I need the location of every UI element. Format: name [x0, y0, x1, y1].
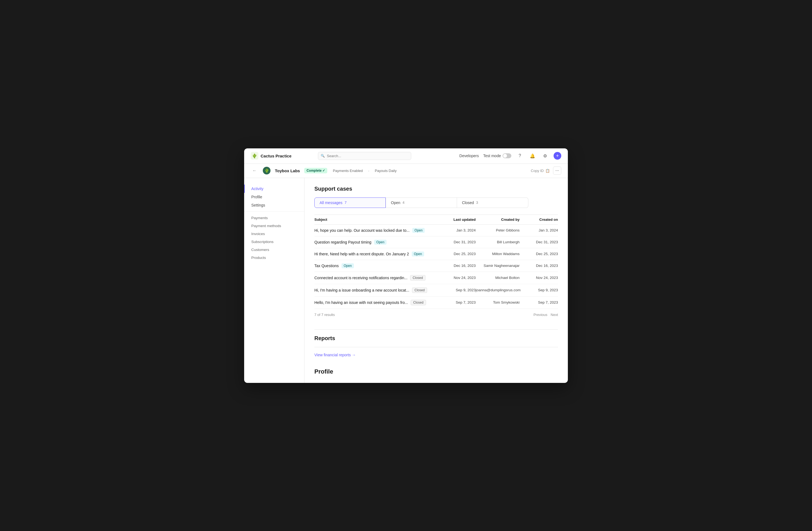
test-mode-label: Test mode	[483, 153, 501, 158]
sidebar-activity-label: Activity	[251, 187, 263, 191]
add-button[interactable]: +	[554, 152, 561, 160]
row-subject-3: Tax Questions Open	[314, 263, 437, 268]
profile-preview: Profile	[314, 368, 558, 375]
table-row[interactable]: Hello, I'm having an issue with not seei…	[314, 296, 558, 309]
brand-emoji: 🌵	[252, 153, 257, 159]
status-badge-0: Open	[412, 228, 425, 233]
row-subject-text-5: Hi, I'm having a issue onboarding a new …	[314, 288, 409, 292]
sidebar-item-profile[interactable]: Profile	[244, 193, 304, 201]
row-created-by-6: Tom Smykowski	[476, 300, 520, 305]
tab-closed[interactable]: Closed 3	[457, 197, 528, 208]
tab-closed-label: Closed	[462, 201, 474, 205]
tab-all-label: All messages	[320, 201, 342, 205]
sidebar-item-products[interactable]: Products	[244, 254, 304, 262]
sub-nav-info1: Payments Enabled	[333, 169, 363, 173]
row-subject-text-3: Tax Questions	[314, 264, 339, 268]
sidebar-item-payments[interactable]: Payments	[244, 214, 304, 222]
row-created-by-3: Samir Nagheenanajar	[476, 264, 520, 268]
sidebar-item-subscriptions[interactable]: Subscriptions	[244, 238, 304, 246]
tab-open[interactable]: Open 4	[386, 197, 457, 208]
row-subject-0: Hi, hope you can help. Our account was l…	[314, 228, 437, 233]
sidebar-divider	[244, 211, 304, 212]
previous-button[interactable]: Previous	[534, 313, 548, 317]
account-name: Toybox Labs	[275, 168, 300, 173]
settings-icon[interactable]: ⚙	[541, 152, 549, 160]
row-subject-text-2: Hi there, Need help with a recent disput…	[314, 252, 409, 256]
sidebar-item-invoices[interactable]: Invoices	[244, 230, 304, 238]
sub-nav-right: Copy ID 📋 ···	[531, 166, 561, 175]
sidebar-payment-methods-label: Payment methods	[251, 224, 281, 228]
table-row[interactable]: Tax Questions Open Dec 16, 2023 Samir Na…	[314, 260, 558, 272]
sidebar-products-label: Products	[251, 256, 266, 260]
col-subject: Subject	[314, 218, 437, 222]
row-created-on-2: Dec 25, 2023	[520, 252, 558, 256]
reports-divider	[314, 329, 558, 330]
reports-title: Reports	[314, 335, 558, 341]
table-row[interactable]: Hi there, Need help with a recent disput…	[314, 248, 558, 260]
sidebar-settings-label: Settings	[251, 203, 265, 207]
row-last-updated-0: Jan 3, 2024	[437, 228, 476, 232]
pagination-summary: 7 of 7 results	[314, 313, 335, 317]
view-reports-link[interactable]: View financial reports →	[314, 353, 558, 357]
table-row[interactable]: Connected account is receiving notificat…	[314, 272, 558, 284]
row-subject-text-0: Hi, hope you can help. Our account was l…	[314, 228, 409, 233]
table-header: Subject Last updated Created by Created …	[314, 215, 558, 225]
row-created-on-6: Sep 7, 2023	[520, 300, 558, 305]
more-options-button[interactable]: ···	[553, 166, 561, 175]
sub-nav-info-sep: ·	[368, 169, 369, 173]
row-last-updated-4: Nov 24, 2023	[437, 276, 476, 280]
row-subject-4: Connected account is receiving notificat…	[314, 275, 437, 281]
row-subject-2: Hi there, Need help with a recent disput…	[314, 251, 437, 256]
row-created-by-1: Bill Lumbergh	[476, 240, 520, 244]
sidebar-item-customers[interactable]: Customers	[244, 246, 304, 254]
row-subject-6: Hello, I'm having an issue with not seei…	[314, 300, 437, 305]
sub-nav: ← 🌵 Toybox Labs Complete ✓ Payments Enab…	[244, 164, 568, 178]
sidebar-secondary-section: Payments Payment methods Invoices Subscr…	[244, 214, 304, 262]
main-layout: Activity Profile Settings Payments Payme…	[244, 178, 568, 383]
row-subject-text-4: Connected account is receiving notificat…	[314, 276, 407, 280]
next-button[interactable]: Next	[551, 313, 558, 317]
sidebar: Activity Profile Settings Payments Payme…	[244, 178, 304, 383]
main-content: Support cases All messages 7 Open 4 Clos…	[304, 178, 568, 383]
sidebar-payments-label: Payments	[251, 216, 268, 220]
status-badge-3: Open	[342, 263, 354, 268]
table-row[interactable]: Hi, hope you can help. Our account was l…	[314, 225, 558, 236]
status-badge-6: Closed	[411, 300, 426, 305]
row-created-on-0: Jan 3, 2024	[520, 228, 558, 232]
status-badge-5: Closed	[412, 287, 427, 293]
table-row[interactable]: Hi, I'm having a issue onboarding a new …	[314, 284, 558, 296]
notifications-icon[interactable]: 🔔	[528, 152, 537, 160]
help-icon[interactable]: ?	[516, 152, 524, 160]
tab-all-messages[interactable]: All messages 7	[314, 197, 386, 208]
search-bar: 🔍	[318, 152, 411, 160]
support-cases-table: Subject Last updated Created by Created …	[314, 215, 558, 321]
back-button[interactable]: ←	[251, 167, 258, 174]
sidebar-item-settings[interactable]: Settings	[244, 201, 304, 209]
col-created-by: Created by	[476, 218, 520, 222]
row-last-updated-5: Sep 9, 2023	[437, 288, 476, 292]
brand[interactable]: 🌵 Cactus Practice	[251, 152, 292, 160]
sidebar-invoices-label: Invoices	[251, 232, 265, 236]
table-row[interactable]: Question regarding Payout timing Open De…	[314, 236, 558, 248]
tab-open-count: 4	[403, 201, 404, 205]
tab-all-count: 7	[345, 201, 347, 205]
sidebar-item-payment-methods[interactable]: Payment methods	[244, 222, 304, 230]
status-badge-2: Open	[412, 251, 424, 256]
copy-id-button[interactable]: Copy ID 📋	[531, 169, 550, 173]
tab-closed-count: 3	[476, 201, 478, 205]
test-mode-toggle[interactable]	[503, 153, 511, 158]
sidebar-primary-section: Activity Profile Settings	[244, 185, 304, 209]
row-created-by-4: Michael Bolton	[476, 276, 520, 280]
row-created-on-3: Dec 16, 2023	[520, 264, 558, 268]
sidebar-item-activity[interactable]: Activity	[244, 185, 304, 193]
complete-badge: Complete ✓	[304, 168, 327, 173]
pagination: 7 of 7 results Previous Next	[314, 309, 558, 321]
developers-link[interactable]: Developers	[460, 153, 479, 158]
sidebar-profile-label: Profile	[251, 195, 262, 199]
status-badge-1: Open	[374, 240, 387, 245]
search-input[interactable]	[318, 152, 411, 160]
reports-section: Reports View financial reports →	[314, 329, 558, 357]
view-reports-label: View financial reports →	[314, 353, 356, 357]
sidebar-subscriptions-label: Subscriptions	[251, 240, 274, 244]
app-window: 🌵 Cactus Practice 🔍 Developers Test mode…	[244, 148, 568, 383]
